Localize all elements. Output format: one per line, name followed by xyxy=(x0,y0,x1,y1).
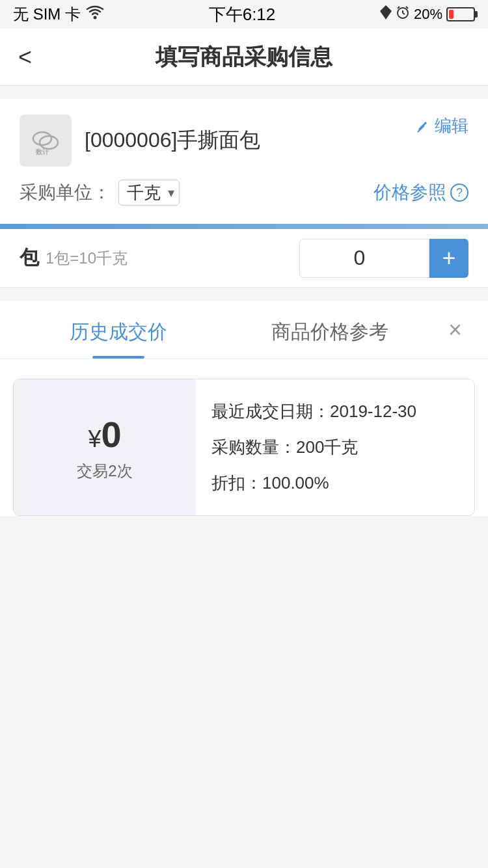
bottom-area xyxy=(0,536,488,868)
quantity-ratio: 1包=10千克 xyxy=(46,248,128,269)
product-logo: 数计 xyxy=(20,115,72,167)
product-bottom-row: 采购单位： 千克 克 包 价格参照 ? xyxy=(20,180,468,206)
battery-percentage: 20% xyxy=(414,6,442,23)
status-bar: 无 SIM 卡 下午6:12 20% xyxy=(0,0,488,29)
tab-product-price-ref[interactable]: 商品价格参考 xyxy=(224,301,435,359)
page-header: < 填写商品采购信息 xyxy=(0,29,488,86)
help-icon: ? xyxy=(450,183,468,202)
unit-label: 采购单位： xyxy=(20,180,111,205)
page-title: 填写商品采购信息 xyxy=(156,42,332,72)
battery-icon xyxy=(446,7,475,21)
location-icon xyxy=(380,5,392,23)
price-right-panel: 最近成交日期：2019-12-30 采购数量：200千克 折扣：100.00% xyxy=(196,379,474,515)
quantity-plus-button[interactable]: + xyxy=(429,239,468,278)
quantity-unit: 包 xyxy=(20,245,39,271)
amount-value: 0 xyxy=(101,414,121,455)
quantity-input[interactable] xyxy=(299,239,429,278)
status-left: 无 SIM 卡 xyxy=(13,4,104,25)
tab-close-button[interactable]: × xyxy=(435,316,475,344)
svg-point-0 xyxy=(94,16,97,20)
carrier-label: 无 SIM 卡 xyxy=(13,4,81,25)
status-right: 20% xyxy=(380,5,475,23)
unit-select-wrapper[interactable]: 千克 克 包 xyxy=(118,180,180,206)
alarm-icon xyxy=(396,5,410,23)
tabs-panel: 历史成交价 商品价格参考 × ¥0 交易2次 最近成交日期：2019-12-30… xyxy=(0,301,488,516)
tabs-header: 历史成交价 商品价格参考 × xyxy=(0,301,488,359)
purchase-qty-row: 采购数量：200千克 xyxy=(211,435,459,460)
product-title: 手撕面包 xyxy=(177,128,260,152)
quantity-label: 包 1包=10千克 xyxy=(20,245,128,271)
edit-button[interactable]: 编辑 xyxy=(415,115,468,137)
svg-text:数计: 数计 xyxy=(35,148,49,156)
wifi-icon xyxy=(86,5,104,23)
recent-date-row: 最近成交日期：2019-12-30 xyxy=(211,399,459,424)
discount-row: 折扣：100.00% xyxy=(211,470,459,496)
svg-line-4 xyxy=(398,7,400,8)
product-card: 数计 [0000006]手撕面包 编辑 采购单位： 千克 克 xyxy=(0,99,488,224)
unit-select[interactable]: 千克 克 包 xyxy=(118,180,180,206)
price-reference-button[interactable]: 价格参照 ? xyxy=(373,180,468,205)
svg-line-5 xyxy=(406,7,408,8)
unit-row: 采购单位： 千克 克 包 xyxy=(20,180,180,206)
product-info: [0000006]手撕面包 xyxy=(85,126,260,155)
product-left: 数计 [0000006]手撕面包 xyxy=(20,115,260,167)
product-id: [0000006] xyxy=(85,128,177,152)
price-ref-label: 价格参照 xyxy=(373,180,446,205)
tab-history-price[interactable]: 历史成交价 xyxy=(13,301,224,359)
color-divider xyxy=(0,224,488,229)
back-button[interactable]: < xyxy=(18,44,32,71)
svg-line-3 xyxy=(403,13,405,14)
currency-symbol: ¥ xyxy=(88,426,101,452)
price-card: ¥0 交易2次 最近成交日期：2019-12-30 采购数量：200千克 折扣：… xyxy=(13,379,475,516)
price-amount: ¥0 xyxy=(88,413,121,455)
quantity-row: 包 1包=10千克 + xyxy=(0,229,488,288)
quantity-controls: + xyxy=(299,239,468,278)
time-label: 下午6:12 xyxy=(209,3,276,26)
transactions-label: 交易2次 xyxy=(77,461,132,481)
product-top-row: 数计 [0000006]手撕面包 编辑 xyxy=(20,115,468,167)
product-name: [0000006]手撕面包 xyxy=(85,128,260,152)
price-left-panel: ¥0 交易2次 xyxy=(14,379,196,515)
